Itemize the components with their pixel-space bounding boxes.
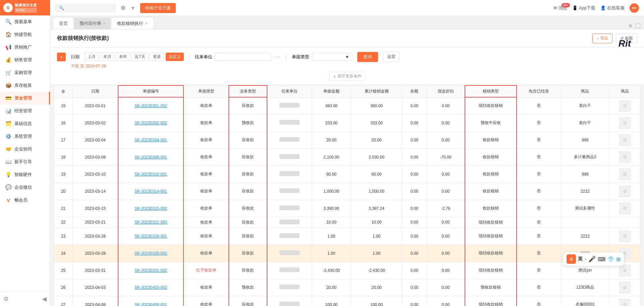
partner-input[interactable]	[215, 53, 271, 61]
row-number: 18	[54, 148, 73, 166]
keyboard-icon[interactable]: ⌨	[598, 256, 605, 262]
sidebar-item-finance[interactable]: 💳 资金管理	[0, 92, 50, 105]
row-product-img: 🖼	[609, 166, 640, 183]
sidebar-item-quick[interactable]: 🏠 快捷导航	[0, 28, 50, 41]
row-order-no[interactable]: SK-20230308-001	[118, 148, 183, 166]
microphone-icon[interactable]: 🎤	[588, 255, 596, 263]
sidebar-item-search[interactable]: 🔍 搜索菜单	[0, 15, 50, 28]
filter-toggle-button[interactable]: »	[57, 53, 66, 61]
row-date: 2023-03-10	[73, 166, 118, 183]
row-order-no[interactable]: SK-20230310-001	[118, 166, 183, 183]
table-area[interactable]: ⚙ 日期 单据编号 单据类型 业务类型 往来单位 单据金额 累计核销金额 余额 …	[50, 85, 644, 306]
row-has-settled: 否	[517, 114, 561, 131]
row-partner	[267, 114, 312, 131]
solution-button[interactable]: 体验行业方案	[140, 3, 176, 13]
date-this-month[interactable]: 本月	[100, 53, 114, 61]
row-order-no[interactable]: SK-20230403-002	[118, 279, 183, 296]
row-balance: 0.00	[402, 245, 427, 262]
row-discount: 0.00	[427, 245, 465, 262]
partner-dots-button[interactable]: ···	[274, 54, 280, 60]
finance-icon: 💳	[5, 95, 12, 101]
sidebar-item-inventory[interactable]: 📦 库存核算	[0, 79, 50, 92]
row-product: 衣服00001	[561, 296, 609, 306]
user-avatar[interactable]: Rit	[630, 3, 639, 13]
row-order-no[interactable]: SK-20230304-001	[118, 131, 183, 148]
tab-cancel-close[interactable]: ×	[145, 21, 147, 25]
row-order-no[interactable]: SK-20230301-002	[118, 97, 183, 114]
date-more[interactable]: 更多	[150, 53, 164, 61]
row-order-no[interactable]: SK-20230328-002	[118, 245, 183, 262]
row-number: 21	[54, 200, 73, 217]
date-7days[interactable]: 近7天	[132, 53, 148, 61]
query-button[interactable]: 查询	[357, 52, 378, 62]
topbar-settings-icon[interactable]: ⚙	[121, 5, 125, 11]
date-this-year[interactable]: 本年	[116, 53, 130, 61]
tab-payable[interactable]: 预付应付单 ×	[74, 18, 111, 29]
date-last-month[interactable]: 上月	[85, 53, 99, 61]
tab-home[interactable]: 首页	[54, 18, 73, 29]
row-amount: 3,390.00	[312, 200, 351, 217]
row-order-no[interactable]: SK-20230315-002	[118, 200, 183, 217]
topbar-search-box[interactable]: 🔍	[55, 4, 116, 12]
settings-icon[interactable]: ⚙	[3, 295, 9, 303]
app-download-button[interactable]: 📱 App下载	[572, 5, 595, 11]
table-row: 172023-03-04SK-20230304-001收款单应收款20.0020…	[54, 131, 641, 148]
row-order-no[interactable]: SK-20230331-002	[118, 262, 183, 279]
filter-settings-button[interactable]: 设置	[383, 52, 400, 62]
row-amount: 2,100.00	[312, 148, 351, 166]
sidebar-item-base[interactable]: 🗂️ 基础信息	[0, 117, 50, 130]
sidebar-item-system[interactable]: ⚙️ 系统管理	[0, 130, 50, 143]
row-order-no[interactable]: SK-20230321-003	[118, 217, 183, 228]
message-button[interactable]: ✉ 消息 99+	[553, 5, 567, 11]
tab-close-icon[interactable]: ✕	[628, 23, 633, 29]
payable-tab-label: 预付应付单	[79, 20, 101, 26]
shirt-icon[interactable]: 👕	[607, 256, 614, 262]
order-type-label: 单据类型	[292, 54, 309, 60]
sidebar-label-member: 畅会员	[14, 197, 28, 203]
row-order-no[interactable]: SK-20230328-001	[118, 228, 183, 245]
grid-icon[interactable]: ⊞	[616, 256, 621, 262]
export-button[interactable]: ↑ 导出	[592, 34, 612, 43]
row-order-no[interactable]: SK-20230302-002	[118, 114, 183, 131]
sidebar-item-member[interactable]: V 畅会员	[0, 194, 50, 206]
tab-expand-icon[interactable]: ⛶	[635, 23, 641, 29]
date-custom[interactable]: 自定义	[166, 53, 184, 61]
row-biz-type: 应收款	[229, 148, 267, 166]
sidebar-label-sales: 销售管理	[14, 57, 32, 63]
collapse-icon[interactable]: ◀	[42, 295, 47, 303]
tab-cancel[interactable]: 收款核销执行 ×	[112, 18, 153, 29]
sidebar-item-wechat[interactable]: 💬 企业微信	[0, 181, 50, 194]
row-biz-type: 应收款	[229, 245, 267, 262]
row-balance: 0.00	[402, 200, 427, 217]
row-cancel-type: 预收款核销	[465, 279, 517, 296]
order-type-select[interactable]: ▼	[312, 53, 352, 61]
sidebar-item-purchase[interactable]: 🛒 采购管理	[0, 66, 50, 79]
row-balance: 0.00	[402, 114, 427, 131]
order-type-dropdown-icon: ▼	[345, 55, 349, 59]
col-header-product-img: 商品	[609, 85, 640, 97]
sidebar-item-sales[interactable]: 💰 销售管理	[0, 54, 50, 66]
col-header-discount: 现金折扣	[427, 85, 465, 97]
row-has-settled: 否	[517, 200, 561, 217]
row-amount: 20.00	[312, 131, 351, 148]
sidebar-label-marketing: 营销推广	[14, 44, 32, 50]
col-header-settings[interactable]: ⚙	[54, 85, 73, 97]
sidebar-item-corp[interactable]: 🤝 企业协同	[0, 143, 50, 156]
row-date: 2023-04-03	[73, 279, 118, 296]
tab-payable-close[interactable]: ×	[103, 21, 105, 25]
sidebar-item-hardware[interactable]: 💡 智能硬件	[0, 168, 50, 181]
online-support-label: 在线客服	[607, 5, 625, 11]
row-order-type: 收款单	[183, 148, 228, 166]
online-support-button[interactable]: 👤 在线客服	[600, 5, 625, 11]
row-cancel-amount: 100.00	[351, 296, 402, 306]
row-order-type: 红字收款单	[183, 262, 228, 279]
sidebar-item-guide[interactable]: 📖 新手引导	[0, 156, 50, 168]
expand-conditions-button[interactable]: ∨ 展开更多条件	[329, 72, 365, 81]
row-order-no[interactable]: SK-20230314-001	[118, 183, 183, 200]
row-order-no[interactable]: SK-20230408-001	[118, 296, 183, 306]
sidebar-bottom: ⚙ ◀	[0, 292, 50, 306]
sidebar-item-marketing[interactable]: 📢 营销推广	[0, 41, 50, 54]
sidebar-item-ops[interactable]: 📊 经营管理	[0, 105, 50, 117]
tab-bar: 首页 预付应付单 × 收款核销执行 × ✕ ⛶	[50, 16, 644, 29]
row-partner	[267, 245, 312, 262]
